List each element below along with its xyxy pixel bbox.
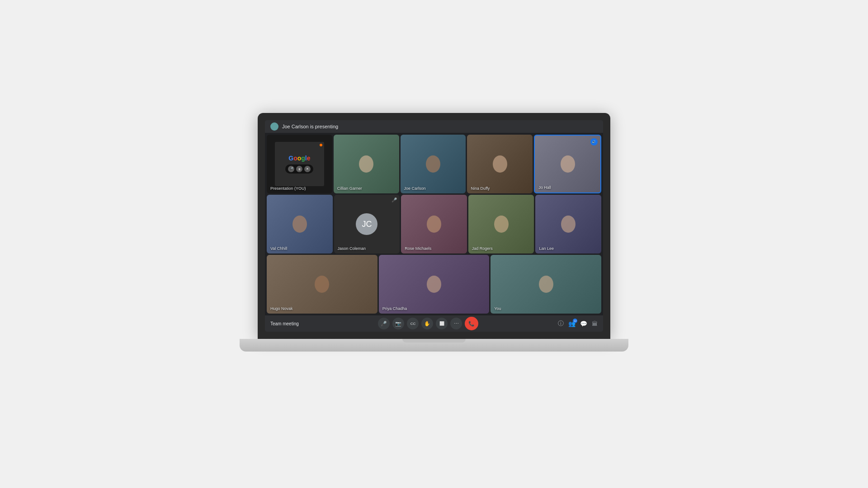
meeting-title: Team meeting [270,321,299,326]
face-nina [493,155,507,173]
more-options-button[interactable]: ⋯ [450,318,462,329]
tile-presentation[interactable]: Google 🎤 ⏸ ✕ Presentation (YOU) [267,135,332,193]
tile-nina[interactable]: Nina Duffy [467,135,533,193]
raise-hand-button[interactable]: ✋ [421,318,433,329]
screen-bezel: Joe Carlson is presenting Google [258,113,610,339]
face-cillian [359,155,373,173]
end-call-button[interactable]: 📞 [465,317,478,330]
camera-button[interactable]: 📷 [392,318,404,329]
presenter-text: Joe Carlson is presenting [282,124,338,129]
tile-label-rose: Rose Michaels [405,246,431,251]
tile-label-priya: Priya Chadha [382,306,407,311]
grid-row-3: Hugo Novak Priya Chadha You [267,255,601,314]
tile-hugo[interactable]: Hugo Novak [267,255,377,314]
mic-slide-icon: 🎤 [288,166,294,172]
tile-val[interactable]: Val Chhill [267,195,333,253]
speaking-badge: 🔊 [590,138,598,145]
face-joe [426,155,440,173]
tile-you[interactable]: You [491,255,601,314]
video-grid: Google 🎤 ⏸ ✕ Presentation (YOU) [265,133,603,315]
captions-button[interactable]: CC [407,318,419,329]
face-you [539,276,553,293]
presenter-avatar [270,122,278,131]
face-lan [561,216,576,233]
recording-dot [320,144,322,146]
tile-joe[interactable]: Joe Carlson [401,135,466,193]
mic-off-icon: 🎤 [392,197,397,202]
presentation-content: Google 🎤 ⏸ ✕ [275,142,324,186]
tile-label-joe: Joe Carlson [404,186,426,191]
tile-label-you: You [494,306,501,311]
chat-button[interactable]: 💬 [580,320,587,327]
tile-label-jason: Jason Coleman [338,246,366,251]
controls-bar: Team meeting 🎤 📷 CC ✋ ⬜ ⋯ 📞 ⓘ 👥 12 [265,315,603,332]
tile-label-jo: Jo Hall [538,185,551,190]
face-hugo [315,276,329,293]
tile-jad[interactable]: Jad Rogers [468,195,534,253]
stop-slide-icon: ✕ [304,166,311,172]
face-jo [561,155,575,173]
google-logo: Google [288,155,310,162]
people-button[interactable]: 👥 12 [568,320,576,327]
slide-controls: 🎤 ⏸ ✕ [285,164,313,174]
tile-label-hugo: Hugo Novak [270,306,293,311]
laptop-base [240,339,628,352]
participants-badge: 12 [573,319,577,323]
tile-cillian[interactable]: Cillian Garner [334,135,399,193]
present-button[interactable]: ⬜ [436,318,448,329]
face-rose [427,216,441,233]
grid-row-2: Val Chhill JC 🎤 Jason Coleman Rose Micha… [267,195,601,253]
tile-priya[interactable]: Priya Chadha [379,255,490,314]
tile-jo[interactable]: 🔊 Jo Hall [534,135,601,193]
avatar-jason: JC [356,213,377,235]
tile-rose[interactable]: Rose Michaels [401,195,467,253]
tile-lan[interactable]: Lan Lee [535,195,601,253]
face-priya [427,276,441,293]
center-controls: 🎤 📷 CC ✋ ⬜ ⋯ 📞 [378,317,478,330]
tile-label-nina: Nina Duffy [471,186,490,191]
face-val [292,216,307,233]
presenter-bar: Joe Carlson is presenting [265,120,603,133]
tile-label-cillian: Cillian Garner [337,186,362,191]
tile-label-val: Val Chhill [270,246,287,251]
face-jad [494,216,509,233]
tile-label-presentation: Presentation (YOU) [270,186,306,191]
info-button[interactable]: ⓘ [558,319,564,328]
mic-button[interactable]: 🎤 [378,318,390,329]
tile-label-lan: Lan Lee [539,246,554,251]
tile-label-jad: Jad Rogers [472,246,493,251]
laptop-shell: Joe Carlson is presenting Google [240,113,628,375]
video-call-screen: Joe Carlson is presenting Google [265,120,603,332]
right-controls: ⓘ 👥 12 💬 🏛 [558,319,598,328]
activities-button[interactable]: 🏛 [592,320,598,327]
tile-jason[interactable]: JC 🎤 Jason Coleman [334,195,400,253]
pause-slide-icon: ⏸ [296,166,302,172]
grid-row-1: Google 🎤 ⏸ ✕ Presentation (YOU) [267,135,601,193]
